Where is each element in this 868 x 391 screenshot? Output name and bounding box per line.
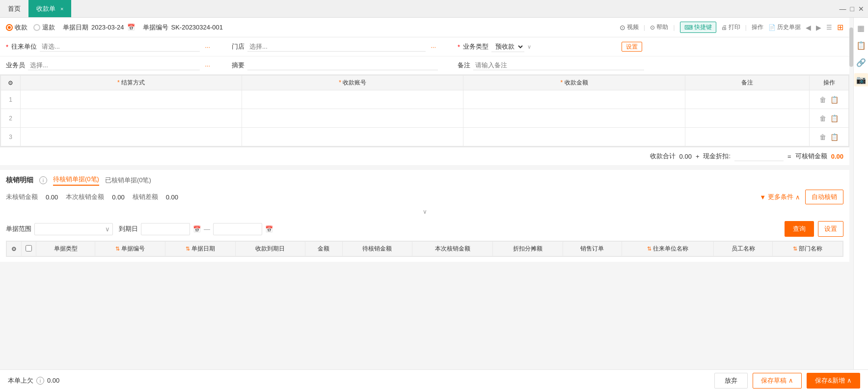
row2-remarks[interactable] — [685, 109, 809, 128]
scroll-thumb[interactable] — [849, 28, 853, 67]
nav-right-arrow[interactable]: ▶ — [816, 24, 821, 31]
row1-account[interactable] — [242, 90, 463, 109]
date-to-input[interactable]: 2022-04-12 — [213, 223, 262, 235]
remarks-field: 备注 — [458, 60, 644, 70]
radio-receive-label: 收款 — [15, 23, 27, 32]
settings-gear-icon[interactable]: ⚙ — [8, 80, 13, 86]
row3-amount[interactable] — [463, 128, 685, 146]
row3-account[interactable] — [242, 128, 463, 146]
help-link[interactable]: ⊙ 帮助 — [650, 23, 668, 31]
query-btn[interactable]: 查询 — [785, 221, 814, 237]
store-more-btn[interactable]: ··· — [429, 43, 438, 51]
auto-verify-btn[interactable]: 自动核销 — [805, 190, 843, 204]
row3-copy-icon[interactable]: 📋 — [830, 133, 839, 141]
staff-input[interactable] — [28, 60, 200, 70]
row1-delete-icon[interactable]: 🗑 — [819, 96, 826, 104]
row1-copy-icon[interactable]: 📋 — [830, 96, 839, 104]
filter-row: 单据范围 ∨ 到期日 2022-04-01 📅 — 2022-04-12 📅 — [6, 217, 843, 241]
close-button[interactable]: ✕ — [858, 5, 864, 13]
select-all-checkbox[interactable] — [26, 245, 32, 251]
row2-amount[interactable] — [463, 109, 685, 128]
equals-sign: = — [787, 153, 791, 160]
remarks-input[interactable] — [473, 60, 644, 70]
content-wrap: 收款 退款 单据日期 2023-03-24 📅 单据编号 SK-20230324… — [0, 18, 849, 369]
date-from-icon[interactable]: 📅 — [193, 225, 201, 233]
print-link[interactable]: 🖨 打印 — [721, 23, 740, 31]
nav-left-arrow[interactable]: ◀ — [806, 24, 811, 31]
main-content: * 往来单位 ··· 门店 ··· * 业务类型 预收款 ∨ 设置 — [0, 37, 849, 262]
bth-checkbox[interactable] — [22, 242, 36, 256]
row3-settlement[interactable] — [21, 128, 242, 146]
plus-sign: + — [696, 153, 700, 160]
counterpart-more-btn[interactable]: ··· — [203, 43, 212, 51]
unchecked-value: 0.00 — [46, 194, 58, 201]
row3-remarks[interactable] — [685, 128, 809, 146]
bth-bill-no: ⇅ 单据编号 — [95, 242, 165, 256]
minimize-button[interactable]: — — [840, 5, 846, 13]
tab-home[interactable]: 首页 — [0, 0, 28, 17]
radio-refund[interactable]: 退款 — [33, 23, 55, 32]
history-link[interactable]: 📄 历史单据 — [768, 23, 801, 31]
more-conditions-btn[interactable]: ▼ 更多条件 ∧ — [760, 193, 800, 201]
keyboard-icon: ⌨ — [684, 24, 693, 31]
discount-input[interactable] — [734, 151, 784, 161]
row2-delete-icon[interactable]: 🗑 — [819, 114, 826, 122]
date-to-icon[interactable]: 📅 — [265, 225, 273, 233]
toolbar-right: ⊙ 视频 | ⊙ 帮助 | ⌨ 快捷键 🖨 打印 | 操作 📄 — [620, 22, 843, 33]
row2-settlement[interactable] — [21, 109, 242, 128]
shortcut-link[interactable]: ⌨ 快捷键 — [680, 22, 716, 33]
calendar-icon[interactable]: 📅 — [127, 24, 135, 31]
sidebar-table-icon[interactable]: ▦ — [855, 22, 867, 35]
radio-refund-label: 退款 — [42, 23, 55, 32]
save-new-btn[interactable]: 保存&新增 ∧ — [807, 373, 860, 389]
filter-settings-btn[interactable]: 设置 — [818, 221, 843, 237]
radio-receive-dot — [6, 24, 13, 31]
grid-view-icon[interactable]: ☰ — [826, 24, 832, 31]
th-account-label: 收款账号 — [343, 79, 366, 86]
tab-close-icon[interactable]: × — [60, 6, 63, 12]
bill-date-value[interactable]: 2023-03-24 — [91, 24, 124, 31]
abandon-btn[interactable]: 放弃 — [714, 373, 748, 389]
row1-amount[interactable] — [463, 90, 685, 109]
settings-btn[interactable]: 设置 — [620, 43, 644, 51]
done-tab[interactable]: 已核销单据(0笔) — [105, 176, 151, 185]
summary-input[interactable] — [247, 60, 438, 70]
row-num-3: 3 — [1, 128, 21, 146]
settings-label[interactable]: 设置 — [622, 42, 642, 52]
row2-account[interactable] — [242, 109, 463, 128]
th-settings[interactable]: ⚙ — [1, 76, 21, 90]
bottom-gear-icon[interactable]: ⚙ — [11, 246, 17, 252]
date-from-input[interactable]: 2022-04-01 — [141, 223, 190, 235]
list-view-icon[interactable]: ⊞ — [837, 23, 843, 32]
bill-limit-value: 0.00 — [47, 377, 59, 384]
row1-settlement[interactable] — [21, 90, 242, 109]
form-row-2: 业务员 ··· 摘要 备注 — [0, 56, 849, 75]
verify-info-icon[interactable]: i — [39, 176, 47, 184]
draft-btn[interactable]: 保存草稿 ∧ — [753, 373, 802, 389]
staff-more-btn[interactable]: ··· — [203, 62, 212, 69]
pending-tab[interactable]: 待核销单据(0笔) — [53, 175, 99, 186]
bth-settings[interactable]: ⚙ — [7, 242, 22, 256]
bill-limit-label: 本单上欠 — [8, 376, 33, 385]
row2-copy-icon[interactable]: 📋 — [830, 114, 839, 122]
sidebar-link-icon[interactable]: 🔗 — [854, 56, 868, 69]
more-conditions-label: 更多条件 — [768, 193, 793, 201]
maximize-button[interactable]: □ — [850, 5, 854, 13]
discount-label: 现金折扣: — [703, 152, 731, 161]
business-type-arrow[interactable]: ∨ — [527, 44, 531, 50]
sidebar-doc-icon[interactable]: 📋 — [854, 39, 868, 52]
operation-link[interactable]: 操作 — [752, 23, 763, 31]
scope-select[interactable] — [34, 223, 113, 235]
radio-receive[interactable]: 收款 — [6, 23, 27, 32]
radio-group: 收款 退款 — [6, 23, 55, 32]
video-link[interactable]: ⊙ 视频 — [620, 23, 639, 31]
business-type-select[interactable]: 预收款 — [491, 41, 524, 52]
store-input[interactable] — [247, 42, 426, 52]
scope-label: 单据范围 — [6, 224, 31, 233]
counterpart-input[interactable] — [40, 42, 200, 52]
tab-receive-bill[interactable]: 收款单 × — [28, 0, 71, 17]
row3-delete-icon[interactable]: 🗑 — [819, 133, 826, 141]
sidebar-camera-icon[interactable]: 📷 — [854, 73, 868, 86]
row1-remarks[interactable] — [685, 90, 809, 109]
bill-limit-info-icon[interactable]: i — [36, 377, 44, 385]
